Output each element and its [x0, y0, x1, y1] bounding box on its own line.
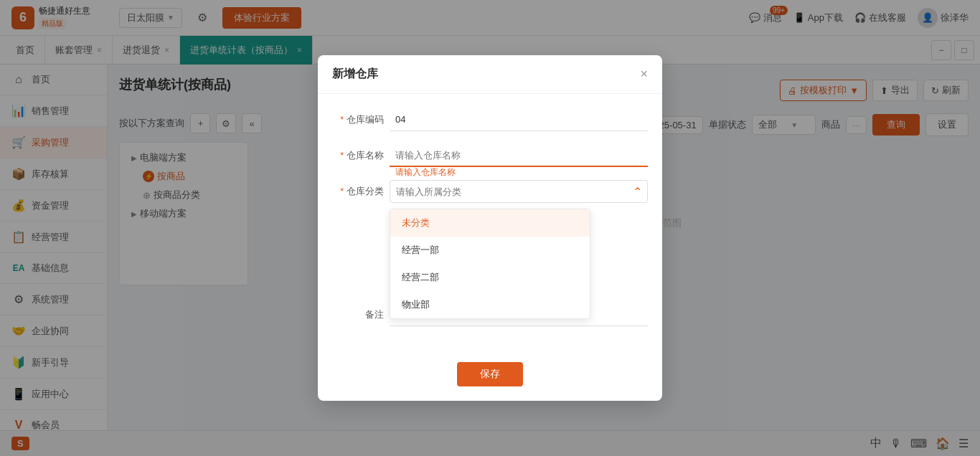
add-warehouse-modal: 新增仓库 × 仓库编码 仓库名称 请输入仓库名称 仓库分类 — [318, 55, 662, 401]
name-label: 仓库名称 — [332, 144, 390, 167]
category-field-row: 仓库分类 ⌃ 未分类 经营一部 经营二部 物业部 — [332, 180, 648, 203]
dropdown-item-uncategorized[interactable]: 未分类 — [390, 209, 590, 237]
modal-title: 新增仓库 — [332, 67, 378, 82]
category-select-wrap: ⌃ — [390, 180, 648, 203]
notes-label: 备注 — [332, 303, 390, 326]
modal-body: 仓库编码 仓库名称 请输入仓库名称 仓库分类 ⌃ — [318, 94, 662, 353]
category-dropdown: 未分类 经营一部 经营二部 物业部 — [390, 209, 590, 319]
code-input[interactable] — [390, 108, 648, 131]
name-input[interactable] — [390, 144, 648, 167]
code-field-row: 仓库编码 — [332, 108, 648, 131]
save-button[interactable]: 保存 — [457, 362, 523, 386]
code-label: 仓库编码 — [332, 108, 390, 131]
modal-header: 新增仓库 × — [318, 55, 662, 94]
category-input[interactable] — [390, 180, 648, 203]
name-error-msg: 请输入仓库名称 — [395, 166, 456, 179]
modal-overlay[interactable]: 新增仓库 × 仓库编码 仓库名称 请输入仓库名称 仓库分类 — [0, 0, 980, 456]
dropdown-item-property[interactable]: 物业部 — [390, 291, 590, 318]
dropdown-item-operations2[interactable]: 经营二部 — [390, 264, 590, 291]
modal-close-icon[interactable]: × — [640, 67, 648, 82]
category-label: 仓库分类 — [332, 180, 390, 203]
name-field-row: 仓库名称 请输入仓库名称 — [332, 144, 648, 167]
dropdown-item-operations1[interactable]: 经营一部 — [390, 237, 590, 264]
modal-footer: 保存 — [318, 353, 662, 401]
